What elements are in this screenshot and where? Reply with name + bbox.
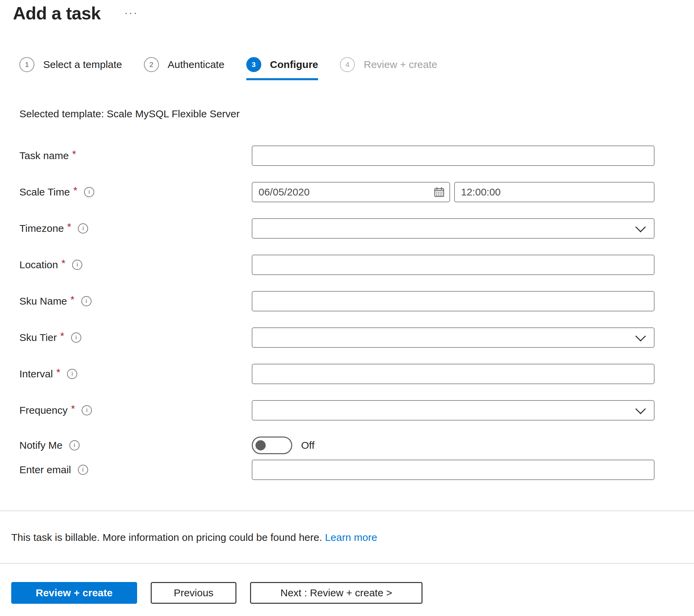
- active-step-underline: [246, 78, 318, 80]
- chevron-down-icon: [635, 404, 646, 414]
- field-label: Frequency: [19, 404, 68, 416]
- footer-actions: Review + create Previous Next : Review +…: [11, 582, 694, 604]
- field-control: [252, 364, 655, 384]
- billable-text: This task is billable. More information …: [11, 532, 322, 543]
- notify-me-toggle[interactable]: [252, 437, 292, 454]
- task-name-input[interactable]: [252, 146, 655, 166]
- form-row-location: Location * i: [19, 255, 655, 275]
- form-row-notify-me: Notify Me i Off: [19, 437, 655, 454]
- divider: [0, 563, 694, 564]
- required-asterisk: *: [72, 148, 76, 160]
- wizard-steps: 1 Select a template 2 Authenticate 3 Con…: [19, 57, 694, 72]
- info-icon[interactable]: i: [71, 332, 81, 343]
- divider: [0, 510, 694, 511]
- field-label: Location: [19, 259, 58, 271]
- field-label-group: Enter email i: [19, 464, 252, 476]
- field-control: [252, 460, 655, 480]
- field-label: Scale Time: [19, 186, 70, 198]
- field-control: [252, 400, 655, 421]
- chevron-down-icon: [635, 331, 646, 342]
- step-number-badge: 2: [144, 57, 159, 72]
- step-number-badge: 3: [246, 57, 261, 72]
- required-asterisk: *: [70, 293, 75, 306]
- field-label-group: Timezone * i: [19, 222, 252, 235]
- field-control: [252, 218, 655, 239]
- required-asterisk: *: [56, 366, 60, 378]
- required-asterisk: *: [67, 221, 71, 233]
- form-row-task-name: Task name *: [19, 146, 655, 166]
- required-asterisk: *: [61, 257, 65, 269]
- info-icon[interactable]: i: [78, 223, 88, 234]
- step-authenticate[interactable]: 2 Authenticate: [144, 57, 225, 72]
- scale-time-input[interactable]: 12:00:00: [454, 182, 655, 202]
- selected-template-text: Selected template: Scale MySQL Flexible …: [19, 108, 694, 120]
- add-task-page: Add a task ··· 1 Select a template 2 Aut…: [0, 0, 694, 616]
- field-label: Interval: [19, 368, 53, 380]
- field-label-group: Sku Name * i: [19, 295, 252, 307]
- field-control: Off: [252, 437, 655, 454]
- frequency-dropdown[interactable]: [252, 400, 655, 421]
- form-row-sku-name: Sku Name * i: [19, 291, 655, 311]
- form-row-sku-tier: Sku Tier * i: [19, 327, 655, 348]
- field-label-group: Scale Time * i: [19, 186, 252, 198]
- form-row-interval: Interval * i: [19, 364, 655, 384]
- field-label: Sku Name: [19, 295, 67, 307]
- field-label: Task name: [19, 150, 69, 162]
- scale-date-input[interactable]: 06/05/2020: [252, 182, 450, 202]
- field-label-group: Location * i: [19, 259, 252, 271]
- step-select-a-template[interactable]: 1 Select a template: [19, 57, 122, 72]
- info-icon[interactable]: i: [81, 296, 92, 306]
- previous-button[interactable]: Previous: [151, 582, 236, 604]
- calendar-icon[interactable]: [433, 186, 445, 198]
- step-label: Configure: [270, 59, 318, 70]
- form-row-enter-email: Enter email i: [19, 460, 655, 480]
- field-control: [252, 255, 655, 275]
- review-create-button[interactable]: Review + create: [11, 582, 137, 604]
- field-label-group: Task name *: [19, 150, 252, 162]
- field-label-group: Sku Tier * i: [19, 331, 252, 344]
- field-label: Enter email: [19, 464, 71, 476]
- step-number-badge: 4: [340, 57, 355, 72]
- chevron-down-icon: [635, 222, 646, 233]
- field-control: [252, 146, 655, 166]
- required-asterisk: *: [73, 184, 77, 196]
- field-control: [252, 327, 655, 348]
- timezone-dropdown[interactable]: [252, 218, 655, 239]
- step-review-create: 4 Review + create: [340, 57, 437, 72]
- datetime-group: 06/05/2020: [252, 182, 655, 202]
- field-label-group: Notify Me i: [19, 439, 252, 451]
- field-label: Timezone: [19, 222, 64, 235]
- info-icon[interactable]: i: [69, 440, 80, 450]
- info-icon[interactable]: i: [84, 187, 94, 197]
- step-number-badge: 1: [19, 57, 34, 72]
- form-row-frequency: Frequency * i: [19, 400, 655, 421]
- sku-tier-dropdown[interactable]: [252, 327, 655, 348]
- step-label: Review + create: [364, 59, 437, 70]
- more-options-icon[interactable]: ···: [125, 8, 138, 18]
- location-input[interactable]: [252, 255, 655, 275]
- field-label: Sku Tier: [19, 331, 57, 344]
- step-label: Select a template: [43, 59, 122, 70]
- sku-name-input[interactable]: [252, 291, 655, 311]
- scale-date-value: 06/05/2020: [259, 186, 310, 198]
- info-icon[interactable]: i: [78, 465, 88, 475]
- step-configure[interactable]: 3 Configure: [246, 57, 318, 72]
- page-title: Add a task: [13, 3, 101, 23]
- info-icon[interactable]: i: [72, 260, 82, 270]
- title-row: Add a task ···: [0, 0, 694, 23]
- next-review-create-button[interactable]: Next : Review + create >: [250, 582, 423, 604]
- required-asterisk: *: [60, 330, 64, 342]
- learn-more-link[interactable]: Learn more: [325, 532, 377, 543]
- info-icon[interactable]: i: [67, 369, 77, 379]
- email-input[interactable]: [252, 460, 655, 480]
- form-row-timezone: Timezone * i: [19, 218, 655, 239]
- step-label: Authenticate: [168, 59, 225, 70]
- info-icon[interactable]: i: [82, 405, 92, 415]
- billable-notice: This task is billable. More information …: [11, 532, 694, 543]
- field-control: 06/05/2020: [252, 182, 655, 202]
- field-label: Notify Me: [19, 439, 63, 451]
- toggle-knob: [255, 440, 266, 450]
- form-row-scale-time: Scale Time * i 06/05/2020: [19, 182, 655, 202]
- interval-input[interactable]: [252, 364, 655, 384]
- required-asterisk: *: [71, 403, 75, 415]
